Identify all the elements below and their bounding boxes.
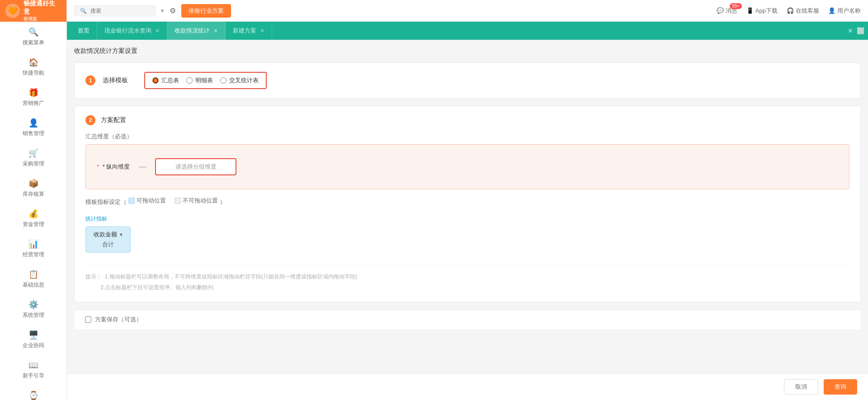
book-icon: 📖 — [28, 360, 38, 370]
tips-section: 提示： 1.拖动标题栏可以调整布局，不可跨维度或指标区域拖动栏目字段(只能在同一… — [85, 265, 849, 293]
page-title: 收款情况统计方案设置 — [74, 47, 861, 55]
search-box[interactable]: 🔍 — [74, 5, 156, 16]
search-icon: 🔍 — [80, 8, 87, 14]
radio-detail[interactable]: 明细表 — [186, 76, 213, 85]
draggable-legend-icon — [128, 198, 135, 204]
service-icon: 🎧 — [787, 7, 794, 14]
tab-new-plan[interactable]: 新建方案 ✕ — [226, 22, 272, 40]
sidebar-item-hardware[interactable]: ⌚ 智能硬件 — [0, 385, 66, 400]
chart-icon: 📊 — [28, 239, 38, 249]
vertical-dim-label: * * 纵向维度 — [97, 163, 130, 171]
topbar-right: 💬 消息 99+ 📱 App下载 🎧 在线客服 👤 用户名称 — [717, 7, 861, 15]
watch-icon: ⌚ — [28, 391, 38, 400]
sidebar-logo: 🧡 畅捷通好生意 标准版 — [0, 0, 66, 22]
step2-title-row: 2 方案配置 — [85, 115, 849, 125]
radio-summary[interactable]: 汇总表 — [152, 76, 179, 85]
tab-close-payment-stats[interactable]: ✕ — [213, 28, 218, 34]
stats-card-body: 合计 — [102, 240, 114, 249]
step1-card: 1 选择模板 汇总表 明细表 交叉统计表 — [74, 62, 861, 99]
tabbar-controls: ✕ ⬜ — [848, 27, 864, 34]
sidebar-item-purchase[interactable]: 🛒 采购管理 — [0, 143, 66, 173]
template-select-box: 汇总表 明细表 交叉统计表 — [144, 72, 267, 89]
step2-num: 2 — [85, 115, 95, 125]
online-service-btn[interactable]: 🎧 在线客服 — [787, 7, 819, 15]
stats-card[interactable]: 收款金额 ▾ 合计 — [85, 226, 131, 253]
close-all-icon[interactable]: ✕ — [848, 27, 853, 34]
sidebar-item-marketing[interactable]: 🎁 营销推广 — [0, 82, 66, 113]
gear-icon: ⚙️ — [28, 300, 38, 310]
download-icon: 📱 — [746, 7, 754, 14]
tips-text-2: 2.点击标题栏下拉可设置排序、插入列和删除列 — [85, 282, 849, 293]
tab-payment-stats[interactable]: 收款情况统计 ✕ — [167, 22, 226, 40]
sidebar-item-search[interactable]: 🔍 搜索菜单 — [0, 22, 66, 52]
search-icon: 🔍 — [28, 27, 38, 37]
sidebar-item-guide[interactable]: 📖 新手引导 — [0, 355, 66, 385]
dimension-select[interactable]: 请选择分组维度 — [155, 158, 236, 175]
main-area: 🔍 ▾ ⚙ 体验行业方案 💬 消息 99+ 📱 App下载 🎧 在线客服 👤 用… — [67, 0, 868, 400]
maximize-icon[interactable]: ⬜ — [857, 27, 864, 34]
stats-card-header: 收款金额 ▾ — [94, 231, 123, 239]
step1-label: 选择模板 — [103, 76, 128, 85]
gift-icon: 🎁 — [28, 88, 38, 98]
logo-icon: 🧡 — [5, 4, 20, 18]
step1-num: 1 — [85, 75, 95, 85]
sidebar: 🧡 畅捷通好生意 标准版 🔍 搜索菜单 🏠 快捷导航 🎁 营销推广 👤 销售管理… — [0, 0, 67, 400]
radio-summary-input[interactable] — [152, 77, 159, 84]
save-label: 方案保存（可选） — [95, 315, 142, 324]
monitor-icon: 🖥️ — [28, 330, 38, 340]
app-download-btn[interactable]: 📱 App下载 — [746, 7, 778, 15]
message-icon: 💬 — [717, 7, 724, 14]
sales-icon: 👤 — [28, 118, 38, 128]
cancel-button[interactable]: 取消 — [784, 379, 818, 395]
logo-text: 畅捷通好生意 标准版 — [24, 0, 61, 22]
tab-bank-flow[interactable]: 现金银行流水查询 ✕ — [97, 22, 167, 40]
sidebar-item-corp[interactable]: 🖥️ 企业协同 — [0, 325, 66, 355]
sidebar-item-sales[interactable]: 👤 销售管理 — [0, 113, 66, 143]
stats-section-label: 统计指标 — [85, 215, 849, 223]
required-mark: * — [97, 163, 99, 170]
radio-detail-input[interactable] — [186, 77, 193, 84]
home-icon: 🏠 — [28, 57, 38, 67]
metrics-label: 模板指标设定（ 可拖动位置 不可拖动位置 ） — [85, 197, 849, 206]
step2-label: 方案配置 — [101, 116, 126, 124]
clipboard-icon: 📋 — [28, 269, 38, 279]
stats-area: 统计指标 收款金额 ▾ 合计 — [85, 210, 849, 258]
radio-cross-input[interactable] — [220, 77, 226, 84]
dimension-title: 汇总维度（必选） — [85, 132, 849, 141]
topbar: 🔍 ▾ ⚙ 体验行业方案 💬 消息 99+ 📱 App下载 🎧 在线客服 👤 用… — [67, 0, 868, 22]
footer-save-row: 方案保存（可选） — [74, 310, 861, 329]
dropdown-icon[interactable]: ▾ — [161, 7, 164, 14]
tabbar: 首页 现金银行流水查询 ✕ 收款情况统计 ✕ 新建方案 ✕ ✕ ⬜ — [67, 22, 868, 40]
fixed-legend-icon — [175, 198, 181, 204]
sidebar-item-nav[interactable]: 🏠 快捷导航 — [0, 52, 66, 82]
user-icon: 👤 — [828, 7, 835, 14]
user-info[interactable]: 👤 用户名称 — [828, 7, 861, 15]
message-btn[interactable]: 💬 消息 99+ — [717, 7, 737, 15]
step1-row: 1 选择模板 汇总表 明细表 交叉统计表 — [85, 72, 849, 89]
box-icon: 📦 — [28, 179, 38, 188]
dimension-area: * * 纵向维度 — 请选择分组维度 — [85, 144, 849, 189]
step2-card: 2 方案配置 汇总维度（必选） * * 纵向维度 — 请选择分组维度 模板指标设… — [74, 106, 861, 302]
sidebar-item-system[interactable]: ⚙️ 系统管理 — [0, 294, 66, 325]
action-bar: 取消 查询 — [67, 373, 868, 400]
tab-close-new-plan[interactable]: ✕ — [260, 28, 264, 34]
arrow-icon: — — [139, 163, 146, 171]
save-checkbox[interactable] — [85, 316, 91, 323]
content-area: 收款情况统计方案设置 1 选择模板 汇总表 明细表 交 — [67, 40, 868, 373]
stats-dropdown-icon[interactable]: ▾ — [120, 231, 123, 238]
tab-close-bank-flow[interactable]: ✕ — [155, 28, 160, 34]
tips-text-1: 提示： 1.拖动标题栏可以调整布局，不可跨维度或指标区域拖动栏目字段(只能在同一… — [85, 271, 849, 282]
sidebar-item-basic-info[interactable]: 📋 基础信息 — [0, 264, 66, 294]
sidebar-item-management[interactable]: 📊 经营管理 — [0, 234, 66, 264]
query-button[interactable]: 查询 — [824, 379, 857, 395]
settings-icon[interactable]: ⚙ — [170, 6, 176, 15]
money-icon: 💰 — [28, 209, 38, 219]
sidebar-item-finance[interactable]: 💰 资金管理 — [0, 203, 66, 234]
sidebar-item-inventory[interactable]: 📦 库存核算 — [0, 173, 66, 203]
radio-cross[interactable]: 交叉统计表 — [220, 76, 259, 85]
cart-icon: 🛒 — [28, 148, 38, 158]
tab-home[interactable]: 首页 — [71, 22, 97, 40]
industry-btn[interactable]: 体验行业方案 — [181, 4, 231, 18]
search-input[interactable] — [90, 8, 145, 14]
legend-draggable: 可拖动位置 — [128, 197, 166, 205]
